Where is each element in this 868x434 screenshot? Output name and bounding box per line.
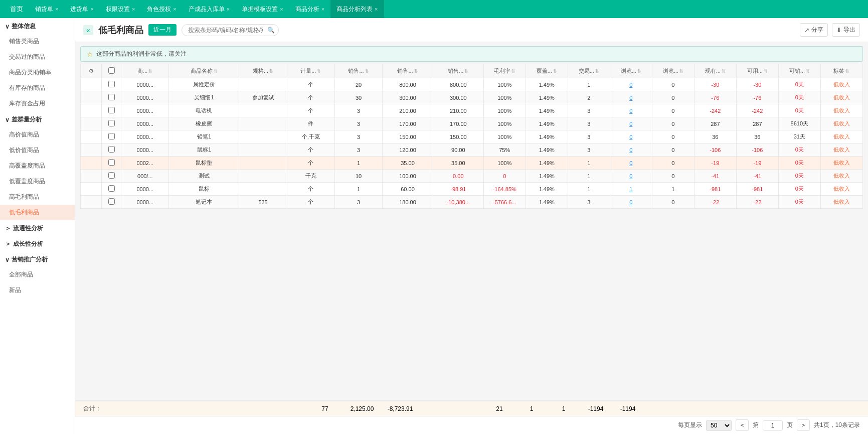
nav-item-analysis[interactable]: 商品分析 × <box>289 0 330 18</box>
sidebar-item-traded-goods[interactable]: 交易过的商品 <box>0 49 75 65</box>
row-checkbox[interactable] <box>108 81 115 87</box>
th-sales-profit[interactable]: 销售...⇅ <box>433 64 483 78</box>
cell-browse1[interactable]: 0 <box>610 130 652 143</box>
sidebar-group-growth[interactable]: ＞ 成长性分析 <box>0 236 75 251</box>
close-icon[interactable]: × <box>90 6 93 12</box>
next-page-button[interactable]: ＞ <box>797 419 810 431</box>
cell-check[interactable] <box>102 104 121 117</box>
select-all-checkbox[interactable] <box>108 67 115 74</box>
sidebar-item-stock-capital[interactable]: 库存资金占用 <box>0 96 75 111</box>
cell-check[interactable] <box>102 183 121 196</box>
close-icon[interactable]: × <box>280 6 283 12</box>
cell-check[interactable] <box>102 117 121 130</box>
search-icon[interactable]: 🔍 <box>267 27 275 34</box>
sidebar-item-low-coverage[interactable]: 低覆盖度商品 <box>0 174 75 189</box>
row-checkbox[interactable] <box>108 159 115 166</box>
close-icon[interactable]: × <box>55 6 58 12</box>
row-checkbox[interactable] <box>108 146 115 153</box>
cell-check[interactable] <box>102 78 121 91</box>
th-name[interactable]: 商品名称⇅ <box>169 64 239 78</box>
th-avail[interactable]: 可用...⇅ <box>736 64 778 78</box>
nav-item-role[interactable]: 角色授权 × <box>141 0 182 18</box>
row-checkbox[interactable] <box>108 198 115 205</box>
cell-browse1[interactable]: 0 <box>610 157 652 170</box>
cell-tag: 低收入 <box>820 130 862 143</box>
th-code[interactable]: 商...⇅ <box>121 64 169 78</box>
nav-item-home[interactable]: 首页 <box>4 0 29 18</box>
th-cover[interactable]: 覆盖...⇅ <box>526 64 568 78</box>
cell-check[interactable] <box>102 157 121 170</box>
cell-browse1[interactable]: 0 <box>610 143 652 157</box>
cell-check[interactable] <box>102 196 121 209</box>
sidebar-item-sales-goods[interactable]: 销售类商品 <box>0 34 75 49</box>
cell-browse1[interactable]: 0 <box>610 117 652 130</box>
sidebar-item-low-margin[interactable]: 低毛利商品 <box>0 205 75 220</box>
th-sales-price[interactable]: 销售...⇅ <box>383 64 433 78</box>
collapse-button[interactable]: « <box>83 25 93 35</box>
row-checkbox[interactable] <box>108 172 115 179</box>
nav-item-template[interactable]: 单据模板设置 × <box>236 0 289 18</box>
cell-check[interactable] <box>102 170 121 183</box>
cell-check[interactable] <box>102 91 121 104</box>
share-button[interactable]: ↗ 分享 <box>800 23 828 37</box>
th-mao[interactable]: 毛利率⇅ <box>483 64 526 78</box>
th-now[interactable]: 现有...⇅ <box>694 64 736 78</box>
export-button[interactable]: ⬇ 导出 <box>832 23 860 37</box>
close-icon[interactable]: × <box>227 6 230 12</box>
th-sellable[interactable]: 可销...⇅ <box>778 64 820 78</box>
sidebar-item-high-margin[interactable]: 高毛利商品 <box>0 189 75 205</box>
close-icon[interactable]: × <box>173 6 176 12</box>
nav-item-analysis-list[interactable]: 商品分析列表 × <box>330 0 384 18</box>
cell-spec <box>239 143 287 157</box>
th-browse1[interactable]: 浏览...⇅ <box>610 64 652 78</box>
sidebar-item-high-value[interactable]: 高价值商品 <box>0 127 75 142</box>
th-unit[interactable]: 计量...⇅ <box>287 64 334 78</box>
per-page-select[interactable]: 50 100 200 <box>706 420 732 431</box>
cell-trade: 3 <box>568 117 610 130</box>
prev-page-button[interactable]: ＜ <box>736 419 749 431</box>
th-trade[interactable]: 交易...⇅ <box>568 64 610 78</box>
close-icon[interactable]: × <box>321 6 324 12</box>
nav-item-permission[interactable]: 权限设置 × <box>100 0 141 18</box>
nav-item-purchase[interactable]: 进货单 × <box>64 0 99 18</box>
row-checkbox[interactable] <box>108 107 115 113</box>
nav-item-sales[interactable]: 销货单 × <box>29 0 64 18</box>
row-checkbox[interactable] <box>108 133 115 139</box>
row-checkbox[interactable] <box>108 120 115 126</box>
th-browse2[interactable]: 浏览...⇅ <box>652 64 694 78</box>
close-icon[interactable]: × <box>132 6 135 12</box>
row-checkbox[interactable] <box>108 94 115 100</box>
sidebar-item-all-goods[interactable]: 全部商品 <box>0 267 75 282</box>
cell-check[interactable] <box>102 130 121 143</box>
sidebar-item-high-coverage[interactable]: 高覆盖度商品 <box>0 158 75 174</box>
sidebar-group-overall[interactable]: ∨ 整体信息 <box>0 18 75 34</box>
th-gear[interactable]: ⚙ <box>81 64 102 78</box>
sidebar-item-category-rate[interactable]: 商品分类助销率 <box>0 65 75 80</box>
th-tag[interactable]: 标签⇅ <box>820 64 862 78</box>
cell-browse1[interactable]: 0 <box>610 78 652 91</box>
page-number-input[interactable] <box>763 420 783 430</box>
th-check[interactable] <box>102 64 121 78</box>
sidebar-item-new-goods[interactable]: 新品 <box>0 282 75 298</box>
row-checkbox[interactable] <box>108 185 115 192</box>
cell-code: 0000... <box>121 143 169 157</box>
th-spec[interactable]: 规格...⇅ <box>239 64 287 78</box>
filter-button[interactable]: 近一月 <box>148 24 177 36</box>
cell-browse1[interactable]: 0 <box>610 104 652 117</box>
close-icon[interactable]: × <box>375 6 378 12</box>
cell-browse1[interactable]: 0 <box>610 196 652 209</box>
sidebar-item-in-stock[interactable]: 有库存的商品 <box>0 80 75 96</box>
cell-browse1[interactable]: 0 <box>610 170 652 183</box>
th-sales-qty[interactable]: 销售...⇅ <box>334 64 382 78</box>
sidebar-group-turnover[interactable]: ＞ 流通性分析 <box>0 220 75 236</box>
sidebar-item-low-value[interactable]: 低价值商品 <box>0 142 75 158</box>
cell-check[interactable] <box>102 143 121 157</box>
cell-browse1[interactable]: 1 <box>610 183 652 196</box>
search-input[interactable] <box>182 24 279 36</box>
sidebar-group-abc[interactable]: ∨ 差群量分析 <box>0 111 75 127</box>
nav-item-product-inbound[interactable]: 产成品入库单 × <box>183 0 236 18</box>
cell-avail: -76 <box>736 91 778 104</box>
cell-mao: 100% <box>483 78 526 91</box>
cell-browse1[interactable]: 0 <box>610 91 652 104</box>
sidebar-group-marketing[interactable]: ∨ 营销推广分析 <box>0 251 75 267</box>
